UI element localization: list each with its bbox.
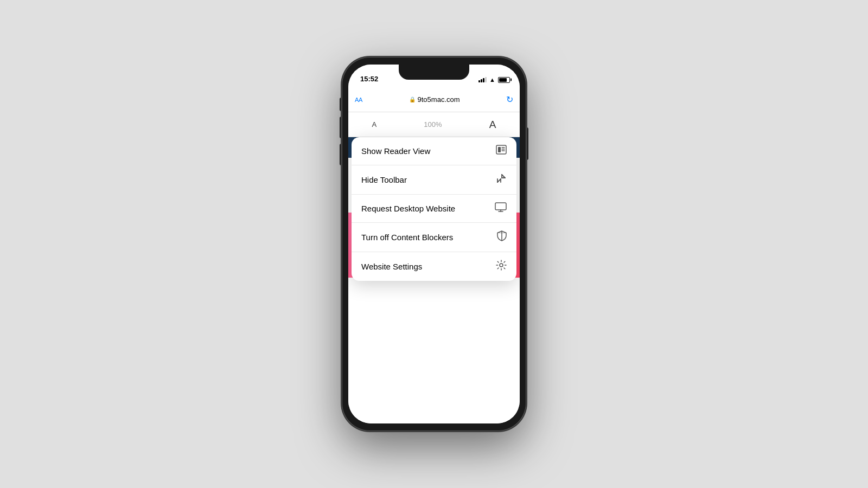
notch — [399, 65, 469, 80]
battery-icon — [498, 77, 510, 83]
svg-rect-11 — [495, 203, 506, 210]
menu-item-request-desktop[interactable]: Request Desktop Website — [352, 195, 516, 223]
phone-device: 15:52 ▲ AA 🔒 — [342, 57, 526, 431]
font-small-a[interactable]: A — [372, 120, 377, 129]
status-icons: ▲ — [478, 76, 510, 84]
signal-icon — [478, 77, 487, 82]
menu-item-show-reader-view[interactable]: Show Reader View — [352, 137, 516, 165]
desktop-icon — [495, 202, 507, 215]
svg-rect-1 — [498, 147, 501, 152]
hide-toolbar-label: Hide Toolbar — [361, 175, 407, 184]
reload-icon[interactable]: ↻ — [506, 94, 513, 105]
svg-point-14 — [500, 264, 503, 267]
menu-item-hide-toolbar[interactable]: Hide Toolbar — [352, 165, 516, 195]
wifi-icon: ▲ — [489, 76, 495, 83]
font-size-bar: A 100% A — [348, 112, 520, 137]
svg-rect-0 — [496, 145, 506, 154]
lock-icon: 🔒 — [409, 97, 416, 102]
hide-toolbar-icon — [496, 173, 507, 187]
gear-icon — [496, 260, 507, 273]
svg-line-5 — [497, 179, 501, 182]
url-field[interactable]: 🔒 9to5mac.com — [367, 95, 502, 104]
address-bar[interactable]: AA 🔒 9to5mac.com ↻ — [348, 87, 520, 112]
font-percent: 100% — [424, 120, 442, 129]
turn-off-content-blockers-label: Turn off Content Blockers — [361, 233, 453, 242]
show-reader-view-label: Show Reader View — [361, 146, 430, 156]
request-desktop-label: Request Desktop Website — [361, 204, 455, 213]
popup-overlay: A 100% A Show Reader View — [348, 112, 520, 423]
aa-button[interactable]: AA — [355, 97, 362, 103]
menu-item-website-settings[interactable]: Website Settings — [352, 252, 516, 281]
status-time: 15:52 — [360, 75, 378, 84]
menu-item-turn-off-content-blockers[interactable]: Turn off Content Blockers — [352, 223, 516, 252]
power-button[interactable] — [526, 127, 528, 160]
url-text: 9to5mac.com — [418, 95, 460, 104]
shield-icon — [497, 230, 507, 244]
font-large-a[interactable]: A — [489, 119, 496, 131]
reader-view-icon — [496, 145, 507, 157]
website-settings-label: Website Settings — [361, 262, 422, 271]
popup-menu: Show Reader View Hide To — [352, 137, 516, 281]
phone-screen: 15:52 ▲ AA 🔒 — [348, 65, 520, 423]
phone-body: 15:52 ▲ AA 🔒 — [342, 57, 526, 431]
